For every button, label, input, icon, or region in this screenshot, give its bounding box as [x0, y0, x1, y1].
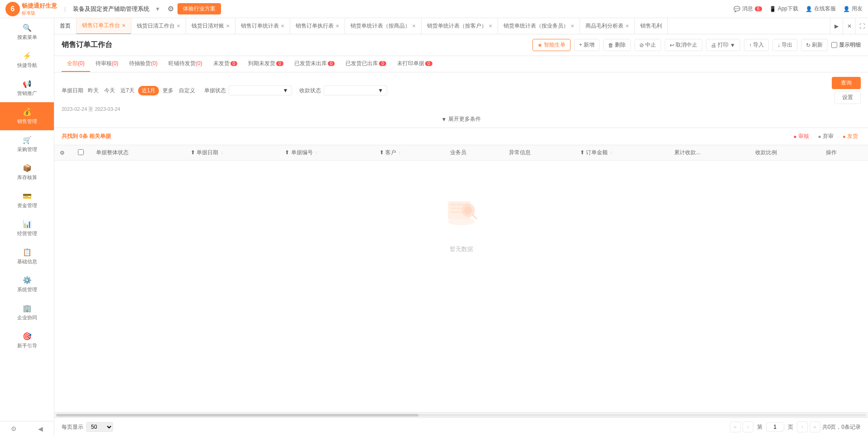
- payment-filter-select[interactable]: ▼: [324, 85, 387, 95]
- sidebar-item-sales[interactable]: 💰 销售管理: [0, 102, 54, 130]
- tab-sales-single-staff[interactable]: 销货单统计表（按业务员） ✕: [498, 18, 580, 34]
- page-next-btn[interactable]: ›: [797, 422, 808, 432]
- tab-cash-daily-close[interactable]: ✕: [177, 24, 180, 28]
- tab-close-all-btn[interactable]: ✕: [843, 18, 855, 34]
- th-settings: ⚙: [54, 145, 72, 161]
- th-customer[interactable]: ⬆ 客户 ↕: [374, 145, 445, 161]
- sidebar-item-search[interactable]: 🔍 搜索菜单: [0, 18, 54, 46]
- page-last-btn[interactable]: »: [810, 422, 820, 432]
- user-btn[interactable]: 👤 用友: [843, 5, 863, 13]
- sub-tab-pending-inspect[interactable]: 待抽验货(0): [124, 56, 163, 72]
- scroll-thumb[interactable]: [56, 414, 418, 417]
- tab-sales-exec-close[interactable]: ✕: [336, 24, 339, 28]
- sub-tab-not-printed[interactable]: 未打印单据0: [392, 56, 438, 72]
- print-btn[interactable]: 🖨 打印 ▼: [706, 39, 740, 51]
- stop-btn[interactable]: ⊘ 中止: [634, 39, 661, 51]
- smart-btn[interactable]: ★ 智能生单: [532, 39, 571, 51]
- sidebar-settings-btn[interactable]: ⚙: [11, 425, 17, 432]
- tab-maximize-btn[interactable]: ⛶: [855, 18, 868, 34]
- date-opt-custom[interactable]: 自定义: [177, 86, 197, 95]
- set-btn[interactable]: 设置: [834, 91, 861, 104]
- dropdown-arrow[interactable]: ▼: [155, 6, 160, 12]
- page-input[interactable]: [766, 422, 784, 431]
- tab-sales-stats[interactable]: 销售订单统计表 ✕: [235, 18, 290, 34]
- sidebar-item-system[interactable]: ⚙️ 系统管理: [0, 270, 54, 299]
- sub-tab-wangpu[interactable]: 旺铺待发货(0): [163, 56, 208, 72]
- export-btn[interactable]: ↓ 导出: [772, 39, 797, 51]
- sidebar-item-base[interactable]: 📋 基础信息: [0, 242, 54, 270]
- tab-sales-workbench[interactable]: 销售订单工作台 ✕: [77, 18, 131, 34]
- status-filter-select[interactable]: ▼: [229, 85, 292, 95]
- ship-action-btn[interactable]: ● 发货: [840, 132, 861, 141]
- sidebar-collapse-btn[interactable]: ◀: [38, 425, 43, 432]
- sidebar-item-inventory[interactable]: 📦 库存核算: [0, 158, 54, 186]
- query-btn[interactable]: 查询: [832, 77, 861, 89]
- date-opt-today[interactable]: 今天: [102, 86, 117, 95]
- review-action-btn[interactable]: ● 审核: [791, 132, 811, 141]
- sub-tab-expired[interactable]: 到期未发货0: [243, 56, 289, 72]
- select-all-checkbox[interactable]: [78, 149, 84, 155]
- refresh-btn[interactable]: ↻ 刷新: [801, 39, 828, 51]
- import-btn[interactable]: ↑ 导入: [744, 39, 769, 51]
- tab-cash-reconcile[interactable]: 钱货日清对账 ✕: [186, 18, 235, 34]
- delete-btn[interactable]: 🗑 删除: [603, 39, 631, 51]
- tab-cash-reconcile-label: 钱货日清对账: [192, 22, 224, 30]
- date-opt-more[interactable]: 更多: [161, 86, 175, 95]
- tab-cash-daily[interactable]: 钱货日清工作台 ✕: [131, 18, 186, 34]
- tab-sales-single-customer[interactable]: 销货单统计表（按客户） ✕: [422, 18, 498, 34]
- tab-sales-single-product-close[interactable]: ✕: [412, 24, 416, 28]
- show-detail-checkbox[interactable]: [831, 42, 837, 48]
- col-settings-icon[interactable]: ⚙: [60, 150, 65, 156]
- sub-tab-pending[interactable]: 待审核(0): [90, 56, 124, 72]
- new-btn[interactable]: + 新增: [574, 39, 599, 51]
- tab-sales-workbench-close[interactable]: ✕: [122, 23, 125, 28]
- app-download-btn[interactable]: 📱 App下载: [769, 5, 798, 13]
- tab-product-margin[interactable]: 商品毛利分析表 ✕: [580, 18, 635, 34]
- show-detail-label[interactable]: 显示明细: [831, 41, 861, 49]
- sidebar-item-operation[interactable]: 📊 经营管理: [0, 214, 54, 242]
- tab-scroll-right-btn[interactable]: ▶: [830, 18, 843, 34]
- th-amount[interactable]: ⬆ 订单金额 ↕: [575, 145, 669, 161]
- sidebar-item-purchase[interactable]: 🛒 采购管理: [0, 130, 54, 158]
- tab-sales-single-product[interactable]: 销货单统计表（按商品） ✕: [345, 18, 422, 34]
- industry-btn[interactable]: 体验行业方案: [177, 3, 221, 14]
- sidebar-item-corp[interactable]: 🏢 企业协同: [0, 299, 54, 327]
- tab-sales-exec[interactable]: 销售订单执行表 ✕: [290, 18, 345, 34]
- date-opt-7days[interactable]: 近7天: [119, 86, 136, 95]
- cancel-review-btn[interactable]: ● 弃审: [815, 132, 836, 141]
- expand-more-btn[interactable]: ▼ 展开更多条件: [441, 115, 481, 123]
- tab-sales-single-customer-close[interactable]: ✕: [489, 24, 492, 28]
- tab-sales-single-staff-close[interactable]: ✕: [571, 24, 574, 28]
- tab-sales-gross[interactable]: 销售毛利: [635, 18, 668, 34]
- date-opt-1month[interactable]: 近1月: [138, 86, 159, 95]
- sub-tab-shipped-out[interactable]: 已发货已出库0: [340, 56, 392, 72]
- sidebar-item-marketing[interactable]: 📢 营销推广: [0, 74, 54, 102]
- sidebar-item-newbie[interactable]: 🎯 新手引导: [0, 327, 54, 355]
- page-first-btn[interactable]: «: [730, 422, 741, 432]
- th-date[interactable]: ⬆ 单据日期 ↕: [185, 145, 279, 161]
- tab-cash-reconcile-close[interactable]: ✕: [226, 24, 230, 28]
- sub-tab-not-shipped[interactable]: 未发货0: [208, 56, 243, 72]
- sidebar-item-finance[interactable]: 💳 资金管理: [0, 186, 54, 214]
- sub-tab-shipped-not-out[interactable]: 已发货未出库0: [289, 56, 340, 72]
- count-prefix: 共找到: [62, 133, 78, 139]
- tab-home[interactable]: 首页: [54, 18, 77, 34]
- sidebar-label-finance: 资金管理: [17, 202, 37, 209]
- date-opt-yesterday[interactable]: 昨天: [86, 86, 101, 95]
- settings-icon[interactable]: ⚙: [168, 5, 174, 13]
- th-number[interactable]: ⬆ 单据编号 ↕: [279, 145, 374, 161]
- cancel-stop-btn[interactable]: ↩ 取消中止: [665, 39, 702, 51]
- page-size-input[interactable]: 50 100 200: [86, 422, 113, 432]
- table-header: ⚙ 单据整体状态 ⬆ 单据日期 ↕: [54, 145, 868, 161]
- sidebar-item-nav[interactable]: ⚡ 快捷导航: [0, 46, 54, 74]
- online-service-btn[interactable]: 👤 在线客服: [806, 5, 836, 13]
- sub-tab-all[interactable]: 全部(0): [62, 56, 90, 72]
- message-btn[interactable]: 💬 消息 6: [734, 5, 762, 13]
- th-abnormal: 异常信息: [504, 145, 575, 161]
- page-prev-btn[interactable]: ‹: [743, 422, 753, 432]
- tab-product-margin-close[interactable]: ✕: [625, 24, 629, 28]
- filter-payment-group: 收款状态 ▼: [299, 85, 387, 95]
- date-range-display: 2023-02-24 至 2023-03-24: [62, 106, 861, 113]
- scroll-bar[interactable]: [54, 412, 868, 417]
- tab-sales-stats-close[interactable]: ✕: [281, 24, 284, 28]
